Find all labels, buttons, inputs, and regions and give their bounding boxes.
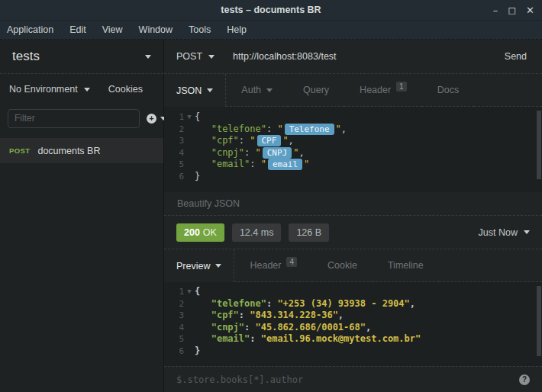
tab-label: Header [360, 85, 391, 95]
maximize-icon[interactable]: ◻ [508, 5, 516, 15]
header-count-badge: 1 [396, 82, 407, 92]
tab-preview[interactable]: Preview [164, 249, 234, 282]
response-filter-bar: ? [164, 366, 542, 392]
scrollbar-thumb[interactable] [537, 286, 541, 356]
menu-application[interactable]: Application [7, 24, 53, 35]
chevron-down-icon [215, 264, 221, 268]
code-line: 5 "email": "email" [164, 159, 542, 171]
sidebar-filter-input[interactable] [8, 109, 140, 128]
beautify-json-button[interactable]: Beautify JSON [177, 198, 240, 209]
tab-spacer [474, 74, 542, 107]
status-badge: 200OK [176, 223, 224, 242]
fold-arrow-icon[interactable]: ▼ [184, 111, 195, 124]
environment-dropdown[interactable]: No Environment [9, 84, 78, 95]
request-item-documents-br[interactable]: POST documents BR [0, 138, 163, 163]
response-size-badge: 126 B [289, 223, 329, 242]
code-line: 5 "email": "email.96.mock@mytest.com.br" [164, 333, 542, 345]
chevron-down-icon[interactable] [84, 88, 90, 92]
menu-view[interactable]: View [102, 24, 123, 35]
tab-label: JSON [176, 85, 202, 96]
request-body-editor[interactable]: 1▼{2 "telefone": "Telefone",3 "cpf": "CP… [164, 107, 542, 192]
tab-label: Timeline [388, 260, 424, 271]
plus-icon: + [147, 114, 156, 124]
tab-query[interactable]: Query [288, 74, 344, 107]
template-tag[interactable]: email [268, 159, 302, 170]
menu-tools[interactable]: Tools [189, 24, 211, 35]
workspace-name: tests [12, 49, 145, 64]
send-button[interactable]: Send [489, 40, 542, 73]
code-line: 2 "telefone": "+253 (34) 93938 - 2904", [164, 298, 542, 310]
url-bar: POST http://localhost:8083/test Send [164, 40, 542, 74]
code-line: 4 "cnpj": "45.862.686/0001-68", [164, 322, 542, 334]
cookies-button[interactable]: Cookies [108, 84, 143, 95]
request-tabs: JSON Auth Query Header 1 Docs [164, 74, 542, 107]
beautify-bar: Beautify JSON [164, 192, 542, 216]
fold-arrow-icon[interactable]: ▼ [184, 286, 195, 298]
response-meta-bar: 200OK 12.4 ms 126 B Just Now [164, 216, 542, 249]
code-line: 1▼{ [164, 286, 542, 298]
response-tabs: Preview Header 4 Cookie Timeline [164, 249, 542, 282]
app-window: tests – documents BR – ◻ ✕ Application E… [0, 0, 542, 392]
menu-window[interactable]: Window [139, 24, 173, 35]
tab-label: Cookie [327, 260, 357, 271]
template-tag[interactable]: CPF [257, 135, 282, 146]
help-icon[interactable]: ? [519, 374, 530, 385]
status-reason: OK [203, 227, 217, 238]
method-label: POST [176, 51, 202, 62]
code-line: 1▼{ [164, 111, 542, 124]
menubar: Application Edit View Window Tools Help [0, 21, 542, 40]
window-title: tests – documents BR [221, 5, 321, 15]
chevron-down-icon [207, 88, 213, 92]
code-line: 6} [164, 171, 542, 183]
tab-header[interactable]: Header 1 [344, 74, 422, 107]
tab-response-header[interactable]: Header 4 [234, 249, 312, 282]
code-line: 3 "cpf": "843.314.228-36", [164, 310, 542, 322]
chevron-down-icon [208, 55, 215, 59]
chevron-down-icon [524, 230, 530, 234]
environment-row: No Environment Cookies [0, 74, 163, 104]
menu-edit[interactable]: Edit [69, 24, 86, 35]
titlebar: tests – documents BR – ◻ ✕ [0, 0, 542, 21]
code-line: 4 "cnpj": "CNPJ", [164, 147, 542, 159]
close-icon[interactable]: ✕ [526, 5, 534, 15]
request-list: POST documents BR [0, 132, 163, 392]
sidebar-filter-row: + [0, 104, 163, 132]
response-time-ago: Just Now [479, 227, 518, 238]
tab-label: Preview [176, 261, 210, 272]
code-line: 3 "cpf": "CPF", [164, 135, 542, 147]
template-tag[interactable]: CNPJ [263, 147, 292, 159]
tab-timeline[interactable]: Timeline [373, 249, 439, 282]
request-method-tag: POST [9, 146, 30, 155]
header-count-badge: 4 [286, 257, 297, 267]
response-body-viewer[interactable]: 1▼{2 "telefone": "+253 (34) 93938 - 2904… [164, 282, 542, 366]
response-filter-input[interactable] [176, 374, 511, 385]
tab-label: Auth [241, 85, 261, 95]
response-time-badge: 12.4 ms [232, 223, 281, 242]
method-dropdown[interactable]: POST [164, 40, 225, 73]
code-line: 2 "telefone": "Telefone", [164, 124, 542, 136]
tab-auth[interactable]: Auth [226, 74, 288, 107]
tab-label: Query [303, 85, 329, 95]
status-code: 200 [184, 227, 200, 238]
minimize-icon[interactable]: – [493, 5, 498, 15]
template-tag[interactable]: Telefone [285, 124, 334, 135]
tab-label: Docs [437, 85, 459, 95]
workspace-dropdown[interactable]: tests [0, 40, 163, 74]
tab-cookie[interactable]: Cookie [312, 249, 373, 282]
response-history-dropdown[interactable]: Just Now [479, 227, 530, 238]
tab-docs[interactable]: Docs [422, 74, 474, 107]
chevron-down-icon [266, 88, 273, 92]
main-panel: POST http://localhost:8083/test Send JSO… [164, 40, 542, 392]
tab-label: Header [250, 260, 281, 271]
tab-body-json[interactable]: JSON [164, 74, 226, 107]
sidebar: tests No Environment Cookies + POST docu… [0, 40, 164, 392]
url-input[interactable]: http://localhost:8083/test [233, 51, 489, 62]
code-line: 6} [164, 345, 542, 358]
tab-spacer [439, 249, 542, 282]
menu-help[interactable]: Help [227, 24, 247, 35]
request-name: documents BR [37, 146, 100, 156]
chevron-down-icon [145, 55, 151, 59]
scrollbar-thumb[interactable] [537, 111, 541, 179]
window-controls: – ◻ ✕ [493, 0, 534, 21]
